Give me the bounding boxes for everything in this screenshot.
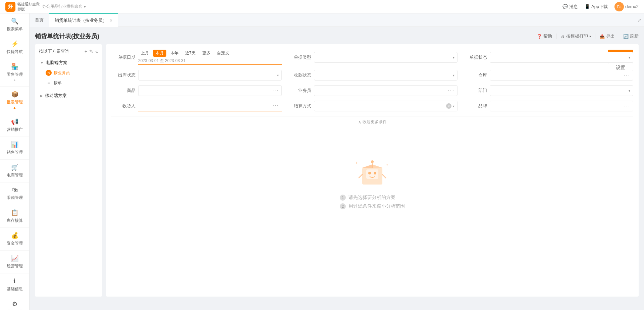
sub-item-by-order[interactable]: ≡ 按单 <box>44 78 98 88</box>
date-last-month-btn[interactable]: 上月 <box>138 50 152 57</box>
sidebar-item-search[interactable]: 🔍 搜索菜单 <box>0 13 29 36</box>
app-download-button[interactable]: 📱 App下载 <box>585 4 608 10</box>
brand-field[interactable]: ··· <box>490 101 633 111</box>
salesperson-dots-icon: ··· <box>448 88 454 94</box>
sidebar-item-system[interactable]: ⚙ 系统管理 <box>0 296 29 310</box>
sidebar-item-inventory[interactable]: 📋 库存核算 <box>0 205 29 228</box>
sidebar-label-wholesale: 批发管理 <box>1 99 28 105</box>
add-scheme-button[interactable]: + <box>85 49 87 54</box>
filter-item-goods: 商品 ··· <box>111 85 282 96</box>
tab-bar: 首页 销货单统计表（按业务员） × ⤢ <box>30 13 644 27</box>
sidebar-item-marketing[interactable]: 📢 营销推广 <box>0 114 29 137</box>
department-arrow-icon: ▾ <box>629 89 630 93</box>
refresh-icon: 🔄 <box>623 34 629 39</box>
top-bar-left: 好 畅捷通好生意 标版 办公用品行业模拟账套 ▾ <box>5 2 86 12</box>
tab-salesreport[interactable]: 销货单统计表（按业务员） × <box>49 13 118 27</box>
sidebar-item-operation[interactable]: 📈 经营管理 <box>0 251 29 273</box>
tree-desktop[interactable]: ▼ 电脑端方案 <box>39 58 98 68</box>
sidebar-item-finance[interactable]: 💰 资金管理 <box>0 228 29 251</box>
sidebar-item-quicknav[interactable]: ⚡ 快捷导航 <box>0 36 29 59</box>
svg-point-3 <box>374 172 376 174</box>
settlement-arrow-icon: ▾ <box>453 104 454 108</box>
divider2 <box>595 34 595 39</box>
svg-text:✦: ✦ <box>355 161 358 165</box>
goods-dots-icon: ··· <box>272 88 279 94</box>
filter-row-4: 收货人 ··· 结算方式 <box>111 101 633 111</box>
payment-arrow-icon: ▾ <box>453 73 454 77</box>
help-button[interactable]: ❓ 帮助 <box>537 33 552 39</box>
payment-field[interactable]: ▾ <box>314 70 458 81</box>
left-panel-header: 按以下方案查询 + ✎ « <box>39 48 98 54</box>
sidebar-item-ecommerce[interactable]: 🛒 电商管理 <box>0 160 29 183</box>
date-label: 单据日期 <box>111 54 138 60</box>
top-selector[interactable]: 办公用品行业模拟账套 ▾ <box>42 4 86 9</box>
date-custom-btn[interactable]: 自定义 <box>214 50 232 57</box>
sidebar-item-basicinfo[interactable]: ℹ 基础信息 <box>0 273 29 296</box>
receiver-field[interactable]: ··· <box>138 101 282 111</box>
docstatus-arrow-icon: ▾ <box>629 56 630 59</box>
message-button[interactable]: 💬 消息 <box>562 4 578 10</box>
date-this-year-btn[interactable]: 本年 <box>168 50 181 57</box>
empty-tip-1: 1 请先选择要分析的方案 <box>340 195 405 201</box>
ecommerce-icon: 🛒 <box>1 164 28 171</box>
date-field-group: 上月 本月 本年 近7天 更多 自定义 2023-03-01 至 2023-03… <box>138 50 282 65</box>
sub-item-icon-order: ≡ <box>46 80 52 86</box>
brand-dots-icon: ··· <box>624 103 630 109</box>
date-more-btn[interactable]: 更多 <box>200 50 213 57</box>
filter-row-1: 单据日期 上月 本月 本年 近7天 更多 自定义 <box>111 50 633 65</box>
sidebar-label-operation: 经营管理 <box>1 263 28 269</box>
print-button[interactable]: 🖨 按模板打印 ▾ <box>560 33 591 39</box>
collapse-panel-button[interactable]: « <box>95 49 98 54</box>
export-button[interactable]: 📤 导出 <box>599 33 615 39</box>
settlement-label: 结算方式 <box>287 103 314 109</box>
sidebar-item-wholesale[interactable]: 📦 批发管理 ▲ <box>0 87 29 114</box>
sub-item-by-salesperson[interactable]: 按 按业务员 <box>44 68 98 78</box>
right-panel-wrapper: 查询 设置 单据日期 上月 <box>106 44 639 297</box>
refresh-button[interactable]: 🔄 刷新 <box>623 33 639 39</box>
print-arrow-icon: ▾ <box>589 35 591 38</box>
docstatus-field[interactable]: ▾ <box>490 52 633 63</box>
export-icon: 📤 <box>599 34 605 39</box>
empty-tips: 1 请先选择要分析的方案 2 用过滤条件来缩小分析范围 <box>340 195 405 209</box>
page-title: 销货单统计表(按业务员) <box>35 32 99 40</box>
content-area: 首页 销货单统计表（按业务员） × ⤢ 销货单统计表(按业务员) ❓ <box>30 13 644 310</box>
collapse-conditions-button[interactable]: ∧ 收起更多条件 <box>111 116 633 127</box>
sidebar-item-sales[interactable]: 📊 销售管理 <box>0 137 29 160</box>
sidebar-label-marketing: 营销推广 <box>1 127 28 133</box>
sidebar-item-retail[interactable]: 🏪 零售管理 ▲ <box>0 59 29 87</box>
operation-icon: 📈 <box>1 255 28 262</box>
tab-maximize-icon[interactable]: ⤢ <box>635 17 644 23</box>
sub-item-icon-salesperson: 按 <box>46 70 52 76</box>
edit-scheme-button[interactable]: ✎ <box>89 49 93 54</box>
divider3 <box>619 34 619 39</box>
right-panel: 查询 设置 单据日期 上月 <box>106 44 639 242</box>
svg-line-6 <box>359 174 362 178</box>
date-7days-btn[interactable]: 近7天 <box>182 50 198 57</box>
filter-row-3: 商品 ··· 业务员 <box>111 85 633 96</box>
sidebar-label-retail: 零售管理 <box>1 72 28 78</box>
divider1 <box>556 34 556 39</box>
goods-field[interactable]: ··· <box>138 85 282 96</box>
sidebar-item-purchase[interactable]: 🛍 采购管理 <box>0 183 29 205</box>
settlement-field[interactable]: × ▾ <box>314 101 458 111</box>
tab-home[interactable]: 首页 <box>30 13 49 27</box>
department-label: 部门 <box>463 88 490 94</box>
sidebar-label-quicknav: 快捷导航 <box>1 49 28 55</box>
purchase-icon: 🛍 <box>1 187 28 194</box>
outstatus-arrow-icon: ▾ <box>277 73 279 77</box>
date-this-month-btn[interactable]: 本月 <box>153 50 166 57</box>
salesperson-field[interactable]: ··· <box>314 85 458 96</box>
settlement-clear-button[interactable]: × <box>446 103 451 109</box>
doctype-field[interactable]: ▾ <box>314 52 458 63</box>
tab-close-icon[interactable]: × <box>110 18 112 23</box>
empty-tip-2: 2 用过滤条件来缩小分析范围 <box>340 203 405 209</box>
tip-num-1: 1 <box>340 195 346 201</box>
top-bar: 好 畅捷通好生意 标版 办公用品行业模拟账套 ▾ 💬 消息 📱 App下载 <box>0 0 644 13</box>
tree-mobile[interactable]: ▶ 移动端方案 <box>39 91 98 101</box>
app-container: 好 畅捷通好生意 标版 办公用品行业模拟账套 ▾ 💬 消息 📱 App下载 <box>0 0 644 310</box>
brand-label: 品牌 <box>463 103 490 109</box>
user-menu[interactable]: Ea demo2 <box>614 2 639 11</box>
outstatus-field[interactable]: ▾ <box>138 70 282 81</box>
department-field[interactable]: ▾ <box>490 85 633 96</box>
warehouse-field[interactable]: ··· <box>490 70 633 81</box>
